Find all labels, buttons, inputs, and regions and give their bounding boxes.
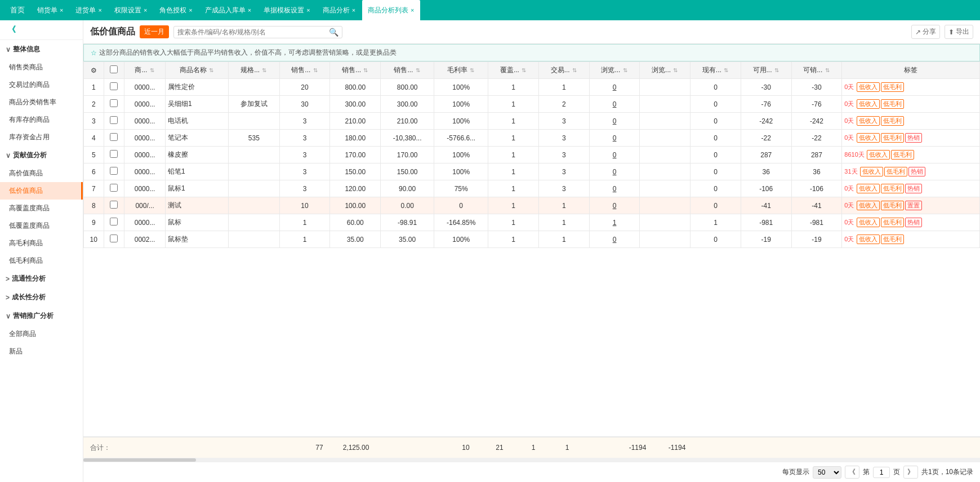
row-checkbox[interactable] [110, 133, 118, 141]
cell-checkbox[interactable] [104, 214, 124, 231]
nav-role[interactable]: 角色授权 × [154, 0, 198, 20]
nav-permission-close[interactable]: × [144, 7, 147, 14]
prev-page-btn[interactable]: 《 [845, 466, 859, 479]
sidebar-item-traded[interactable]: 交易过的商品 [0, 76, 83, 94]
nav-template[interactable]: 单据模板设置 × [258, 0, 315, 20]
sort-sale2-icon[interactable]: ⇅ [363, 67, 368, 73]
next-page-btn[interactable]: 》 [903, 466, 918, 479]
sort-code-icon[interactable]: ⇅ [150, 67, 154, 73]
cell-browse1[interactable]: 0 [589, 96, 640, 113]
nav-purchase[interactable]: 进货单 × [70, 0, 107, 20]
sort-current-icon[interactable]: ⇅ [724, 67, 728, 73]
sort-name-icon[interactable]: ⇅ [209, 67, 213, 73]
nav-permission[interactable]: 权限设置 × [109, 0, 153, 20]
sidebar-item-low-value[interactable]: 低价值商品 [0, 182, 83, 200]
sidebar-item-high-coverage[interactable]: 高覆盖度商品 [0, 200, 83, 217]
col-margin[interactable]: 毛利率 ⇅ [434, 62, 488, 79]
cell-browse1[interactable]: 0 [589, 180, 640, 197]
sort-sale1-icon[interactable]: ⇅ [313, 67, 318, 73]
cell-browse1[interactable]: 0 [589, 79, 640, 96]
cell-checkbox[interactable] [104, 231, 124, 248]
sidebar-item-new-products[interactable]: 新品 [0, 343, 83, 360]
row-checkbox[interactable] [110, 167, 118, 175]
sidebar-group-overall[interactable]: ∨ 整体信息 [0, 40, 83, 59]
row-checkbox[interactable] [110, 218, 118, 225]
row-checkbox[interactable] [110, 82, 118, 90]
col-trade[interactable]: 交易... ⇅ [538, 62, 589, 79]
scrollbar-area[interactable] [83, 458, 980, 462]
row-checkbox[interactable] [110, 235, 118, 242]
cell-browse1[interactable]: 0 [589, 130, 640, 147]
filter-btn[interactable]: 近一月 [140, 25, 169, 38]
sidebar-item-high-value[interactable]: 高价值商品 [0, 165, 83, 182]
sort-margin-icon[interactable]: ⇅ [470, 67, 474, 73]
cell-browse1[interactable]: 1 [589, 214, 640, 231]
col-spec[interactable]: 规格... ⇅ [228, 62, 279, 79]
page-input[interactable] [873, 467, 890, 478]
sidebar-item-high-margin[interactable]: 高毛利商品 [0, 235, 83, 252]
col-code[interactable]: 商... ⇅ [124, 62, 166, 79]
sort-sale3-icon[interactable]: ⇅ [416, 67, 420, 73]
cell-checkbox[interactable] [104, 130, 124, 147]
col-name[interactable]: 商品名称 ⇅ [165, 62, 228, 79]
col-current[interactable]: 现有... ⇅ [691, 62, 741, 79]
sort-browse1-icon[interactable]: ⇅ [623, 67, 627, 73]
row-checkbox[interactable] [110, 116, 118, 124]
cell-browse1[interactable]: 0 [589, 231, 640, 248]
col-browse2[interactable]: 浏览... ⇅ [640, 62, 691, 79]
sidebar-item-low-coverage[interactable]: 低覆盖度商品 [0, 217, 83, 235]
page-size-select[interactable]: 50 20 100 [813, 466, 841, 479]
nav-purchase-close[interactable]: × [98, 7, 101, 14]
col-browse1[interactable]: 浏览... ⇅ [589, 62, 640, 79]
export-btn[interactable]: ⬆ 导出 [945, 25, 973, 39]
col-sale1[interactable]: 销售... ⇅ [279, 62, 330, 79]
sort-trade-icon[interactable]: ⇅ [572, 67, 577, 73]
cell-checkbox[interactable] [104, 163, 124, 180]
col-settings[interactable]: ⚙ [84, 62, 104, 79]
sidebar-item-stocked[interactable]: 有库存的商品 [0, 111, 83, 129]
nav-inventory[interactable]: 产成品入库单 × [199, 0, 257, 20]
cell-checkbox[interactable] [104, 197, 124, 214]
sidebar-collapse-btn[interactable]: 《 [5, 24, 19, 36]
nav-analysis-close[interactable]: × [352, 7, 355, 14]
nav-template-close[interactable]: × [306, 7, 310, 14]
scrollbar-thumb[interactable] [83, 458, 196, 462]
cell-browse1[interactable]: 0 [589, 147, 640, 163]
settings-icon[interactable]: ⚙ [91, 67, 97, 74]
cell-browse1[interactable]: 0 [589, 163, 640, 180]
sidebar-group-circulation[interactable]: > 流通性分析 [0, 269, 83, 288]
sort-saleable-icon[interactable]: ⇅ [825, 67, 830, 73]
sort-available-icon[interactable]: ⇅ [774, 67, 779, 73]
cell-checkbox[interactable] [104, 79, 124, 96]
cell-browse1[interactable]: 0 [589, 113, 640, 130]
sidebar-group-contribution[interactable]: ∨ 贡献值分析 [0, 146, 83, 165]
row-checkbox[interactable] [110, 184, 118, 192]
table-container[interactable]: ⚙ 商... ⇅ 商品名称 ⇅ 规格... ⇅ [83, 61, 980, 436]
search-icon[interactable]: 🔍 [329, 28, 338, 37]
nav-sales-close[interactable]: × [60, 7, 63, 14]
cell-checkbox[interactable] [104, 113, 124, 130]
col-saleable[interactable]: 可销... ⇅ [791, 62, 842, 79]
sidebar-item-category-rate[interactable]: 商品分类销售率 [0, 94, 83, 111]
nav-analysis[interactable]: 商品分析 × [317, 0, 361, 20]
sort-browse2-icon[interactable]: ⇅ [673, 67, 678, 73]
cell-checkbox[interactable] [104, 147, 124, 163]
sort-spec-icon[interactable]: ⇅ [262, 67, 266, 73]
col-sale2[interactable]: 销售... ⇅ [330, 62, 381, 79]
sort-coverage-icon[interactable]: ⇅ [522, 67, 526, 73]
nav-analysis-list-close[interactable]: × [411, 7, 414, 14]
nav-analysis-list[interactable]: 商品分析列表 × [362, 0, 420, 20]
search-input[interactable] [177, 28, 329, 36]
share-btn[interactable]: ↗ 分享 [911, 25, 940, 39]
row-checkbox[interactable] [110, 201, 118, 209]
sidebar-group-growth[interactable]: > 成长性分析 [0, 288, 83, 307]
sidebar-item-sales-products[interactable]: 销售类商品 [0, 59, 83, 76]
cell-browse1[interactable]: 0 [589, 197, 640, 214]
sidebar-group-marketing[interactable]: ∨ 营销推广分析 [0, 307, 83, 325]
nav-home[interactable]: 首页 [5, 0, 30, 20]
nav-sales[interactable]: 销货单 × [32, 0, 69, 20]
cell-checkbox[interactable] [104, 96, 124, 113]
sidebar-item-all-products[interactable]: 全部商品 [0, 325, 83, 343]
nav-role-close[interactable]: × [189, 7, 192, 14]
search-box[interactable]: 🔍 [173, 26, 342, 38]
